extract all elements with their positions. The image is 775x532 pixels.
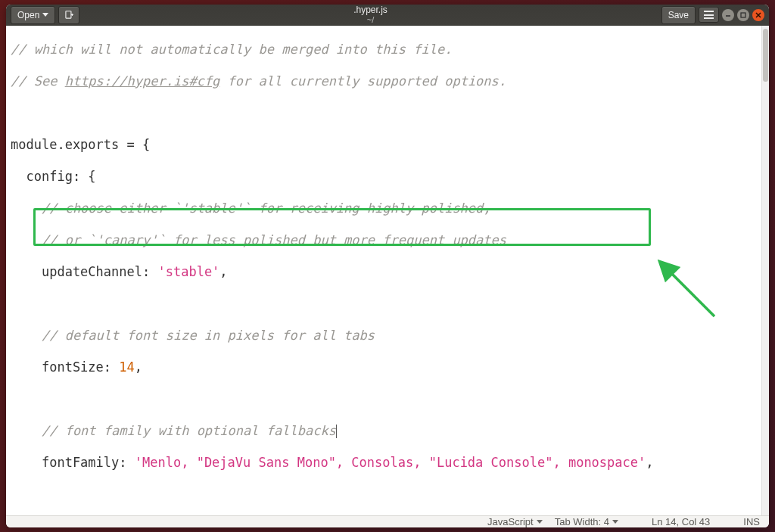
- save-button[interactable]: Save: [661, 6, 696, 24]
- code-punct: ,: [219, 264, 227, 279]
- vertical-scrollbar[interactable]: [761, 26, 769, 515]
- code-line: fontFamily:: [11, 455, 135, 470]
- code-number: 14: [119, 359, 134, 375]
- code-line: // which will not automatically be merge…: [11, 42, 452, 57]
- status-tabwidth-label: Tab Width: 4: [555, 516, 609, 527]
- hamburger-icon: [704, 11, 714, 19]
- svg-rect-0: [66, 11, 71, 18]
- window-title: .hyper.js: [82, 5, 658, 15]
- statusbar: JavaScript Tab Width: 4 Ln 14, Col 43 IN…: [6, 515, 769, 527]
- code-string: 'Menlo, "DejaVu Sans Mono", Consolas, "L…: [135, 455, 646, 470]
- code-line: fontSize:: [11, 359, 119, 375]
- code-line: // default font size in pixels for all t…: [11, 328, 375, 343]
- code-punct: ,: [646, 455, 653, 470]
- scrollbar-thumb[interactable]: [763, 29, 768, 82]
- status-insert-label: INS: [743, 516, 760, 527]
- save-button-label: Save: [668, 10, 689, 20]
- chevron-down-icon: [537, 520, 543, 524]
- text-cursor: [336, 425, 337, 438]
- new-document-button[interactable]: [58, 6, 79, 24]
- hamburger-menu-button[interactable]: [699, 7, 719, 23]
- status-language-label: JavaScript: [487, 516, 534, 527]
- annotation-highlight: [33, 208, 651, 246]
- code-line: updateChannel:: [11, 264, 157, 279]
- code-line: config: {: [11, 169, 96, 184]
- status-position-label: Ln 14, Col 43: [652, 516, 710, 527]
- code-line: for all currently supported options.: [219, 73, 506, 89]
- status-tabwidth-selector[interactable]: Tab Width: 4: [555, 516, 618, 527]
- status-cursor-position[interactable]: Ln 14, Col 43: [652, 516, 710, 527]
- code-line: module.exports = {: [11, 137, 150, 152]
- code-line: // See: [11, 73, 65, 89]
- window-subtitle: ~/: [82, 15, 658, 25]
- code-url: https://hyper.is#cfg: [65, 73, 220, 89]
- editor-window: Open .hyper.js ~/ Save: [6, 5, 769, 527]
- status-language-selector[interactable]: JavaScript: [487, 516, 543, 527]
- code-line: // font family with optional fallbacks: [11, 423, 336, 438]
- open-button[interactable]: Open: [11, 6, 55, 24]
- chevron-down-icon: [612, 520, 618, 524]
- code-punct: ,: [135, 359, 142, 375]
- chevron-down-icon: [42, 13, 48, 17]
- window-minimize-button[interactable]: [722, 9, 734, 21]
- status-insert-mode[interactable]: INS: [743, 516, 760, 527]
- code-editor[interactable]: // which will not automatically be merge…: [6, 26, 769, 515]
- editor-viewport[interactable]: // which will not automatically be merge…: [6, 26, 769, 515]
- window-close-button[interactable]: [752, 9, 764, 21]
- titlebar: Open .hyper.js ~/ Save: [6, 5, 769, 26]
- svg-rect-2: [741, 13, 745, 17]
- open-button-label: Open: [17, 10, 39, 20]
- window-maximize-button[interactable]: [737, 9, 749, 21]
- code-string: 'stable': [157, 264, 219, 279]
- new-document-icon: [64, 10, 74, 20]
